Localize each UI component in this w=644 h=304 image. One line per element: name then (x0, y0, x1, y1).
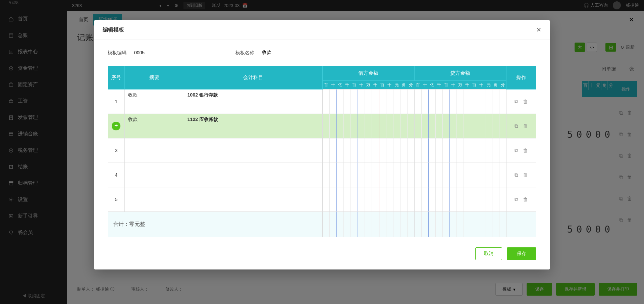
digit-header: 百 (322, 81, 329, 89)
summary-credit (414, 212, 506, 237)
digit-header: 元 (485, 81, 492, 89)
ops-cell: ⧉🗑 (506, 138, 536, 163)
abstract-cell[interactable]: 收款 (124, 89, 184, 114)
modal-close-button[interactable]: ✕ (536, 26, 541, 34)
digit-header: 千 (344, 81, 351, 89)
th-credit: 贷方金额 (414, 66, 506, 81)
template-table: 序号 摘要 会计科目 借方金额 贷方金额 操作 百十亿千百十万千百十元角分百十亿… (108, 66, 536, 237)
credit-cell[interactable] (414, 163, 506, 187)
summary-ops (506, 212, 536, 237)
seq-cell: + (108, 114, 125, 138)
delete-icon[interactable]: 🗑 (523, 99, 528, 105)
abstract-cell[interactable] (124, 187, 184, 212)
edit-template-modal: 编辑模板 ✕ 模板编码 模板名称 序号 摘要 会计科目 借方金额 贷方金额 (94, 20, 550, 269)
modal-body: 模板编码 模板名称 序号 摘要 会计科目 借方金额 贷方金额 操作 百十亿千百十… (94, 40, 550, 241)
seq-cell: 3 (108, 138, 125, 163)
copy-icon[interactable]: ⧉ (515, 196, 518, 202)
digit-header: 分 (499, 81, 506, 89)
seq-cell: 4 (108, 163, 125, 187)
th-abstract: 摘要 (124, 66, 184, 89)
digit-header: 亿 (337, 81, 344, 89)
credit-cell[interactable] (414, 187, 506, 212)
subject-cell[interactable]: 1122 应收账款 (184, 114, 322, 138)
cancel-button[interactable]: 取消 (475, 247, 502, 260)
subject-cell[interactable]: 1002 银行存款 (184, 89, 322, 114)
delete-icon[interactable]: 🗑 (523, 196, 528, 202)
form-row: 模板编码 模板名称 (108, 48, 536, 57)
modal-title: 编辑模板 (103, 26, 124, 34)
name-input[interactable] (259, 48, 330, 57)
digit-header: 千 (436, 81, 443, 89)
digit-header: 角 (400, 81, 407, 89)
modal-save-button[interactable]: 保存 (507, 247, 536, 260)
code-label: 模板编码 (108, 50, 126, 56)
ops-cell: ⧉🗑 (506, 114, 536, 138)
digit-header: 千 (372, 81, 379, 89)
copy-icon[interactable]: ⧉ (515, 147, 518, 154)
abstract-cell[interactable] (124, 138, 184, 163)
summary-label: 合计：零元整 (108, 212, 323, 237)
abstract-cell[interactable] (124, 163, 184, 187)
abstract-cell[interactable]: 收款 (124, 114, 184, 138)
credit-cell[interactable] (414, 89, 506, 114)
debit-cell[interactable] (322, 163, 414, 187)
copy-icon[interactable]: ⧉ (515, 99, 518, 105)
th-ops: 操作 (506, 66, 536, 89)
ops-cell: ⧉🗑 (506, 187, 536, 212)
debit-cell[interactable] (322, 114, 414, 138)
debit-cell[interactable] (322, 89, 414, 114)
digit-header: 元 (393, 81, 400, 89)
digit-header: 十 (478, 81, 485, 89)
code-input[interactable] (131, 48, 202, 57)
table-row[interactable]: 1收款1002 银行存款⧉🗑 (108, 89, 536, 114)
digit-header: 十 (450, 81, 457, 89)
digit-header: 十 (421, 81, 428, 89)
summary-debit (322, 212, 414, 237)
table-row[interactable]: 3⧉🗑 (108, 138, 536, 163)
th-seq: 序号 (108, 66, 125, 89)
debit-cell[interactable] (322, 187, 414, 212)
summary-row: 合计：零元整 (108, 212, 536, 237)
digit-header: 百 (471, 81, 478, 89)
digit-header: 百 (379, 81, 386, 89)
digit-header: 百 (443, 81, 450, 89)
name-label: 模板名称 (235, 50, 254, 56)
seq-cell: 5 (108, 187, 125, 212)
subject-cell[interactable] (184, 163, 322, 187)
digit-header: 百 (414, 81, 421, 89)
credit-cell[interactable] (414, 138, 506, 163)
delete-icon[interactable]: 🗑 (523, 147, 528, 154)
debit-cell[interactable] (322, 138, 414, 163)
digit-header: 十 (358, 81, 365, 89)
digit-header: 十 (386, 81, 393, 89)
table-row[interactable]: +收款1122 应收账款⧉🗑 (108, 114, 536, 138)
subject-cell[interactable] (184, 138, 322, 163)
add-row-button[interactable]: + (112, 122, 120, 130)
table-row[interactable]: 5⧉🗑 (108, 187, 536, 212)
table-row[interactable]: 4⧉🗑 (108, 163, 536, 187)
digit-header: 分 (407, 81, 414, 89)
copy-icon[interactable]: ⧉ (515, 123, 518, 129)
digit-header: 十 (329, 81, 336, 89)
digit-header: 亿 (429, 81, 436, 89)
th-debit: 借方金额 (322, 66, 414, 81)
copy-icon[interactable]: ⧉ (515, 172, 518, 178)
ops-cell: ⧉🗑 (506, 89, 536, 114)
digit-header: 万 (457, 81, 464, 89)
subject-cell[interactable] (184, 187, 322, 212)
seq-cell: 1 (108, 89, 125, 114)
modal-header: 编辑模板 ✕ (94, 20, 550, 40)
modal-footer: 取消 保存 (94, 241, 550, 269)
template-name-field: 模板名称 (235, 48, 330, 57)
delete-icon[interactable]: 🗑 (523, 123, 528, 129)
digit-header: 千 (464, 81, 471, 89)
template-code-field: 模板编码 (108, 48, 202, 57)
ops-cell: ⧉🗑 (506, 163, 536, 187)
digit-header: 角 (492, 81, 499, 89)
digit-header: 万 (365, 81, 372, 89)
th-subject: 会计科目 (184, 66, 322, 89)
delete-icon[interactable]: 🗑 (523, 172, 528, 178)
digit-header: 百 (351, 81, 358, 89)
credit-cell[interactable] (414, 114, 506, 138)
